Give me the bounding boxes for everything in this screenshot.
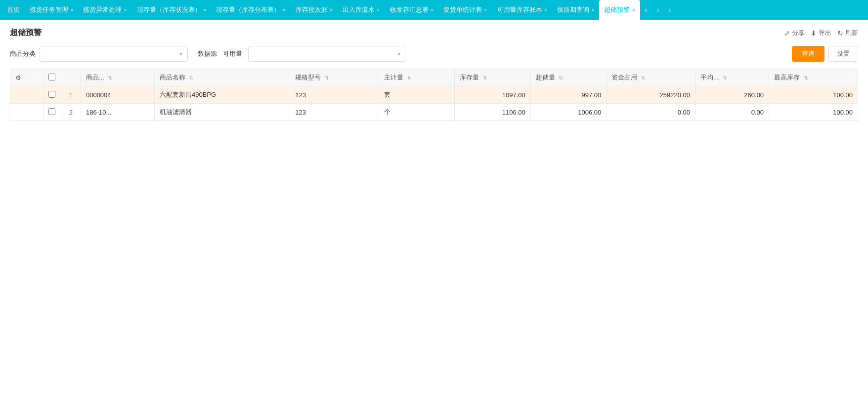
td-check-1 <box>43 104 61 121</box>
query-button[interactable]: 查询 <box>792 46 825 62</box>
nav-close-flow[interactable]: × <box>377 7 380 13</box>
nav-close-demand[interactable]: × <box>484 7 487 13</box>
sort-icon-stock: ⇅ <box>483 75 487 80</box>
nav-close-stock-dist[interactable]: × <box>282 7 285 13</box>
td-spec-1: 123 <box>290 104 379 121</box>
share-label: 分享 <box>792 29 805 38</box>
nav-item-stock-dist[interactable]: 现存量（库存分布表） × <box>211 0 290 20</box>
th-spec[interactable]: 规格型号 ⇅ <box>290 69 379 86</box>
td-unit-1: 个 <box>379 104 454 121</box>
row-checkbox-0[interactable] <box>48 91 55 98</box>
td-overage-0: 997.00 <box>530 86 606 104</box>
nav-item-task[interactable]: 拣货任务管理 × <box>25 0 78 20</box>
th-gear[interactable]: ⚙ <box>10 69 43 86</box>
th-overage[interactable]: 超储量 ⇅ <box>530 69 606 86</box>
th-avg[interactable]: 平均... ⇅ <box>695 69 769 86</box>
nav-close-task[interactable]: × <box>70 7 73 13</box>
page-header: 超储预警 ⬀ 分享 ⬇ 导出 ↻ 刷新 <box>10 28 858 38</box>
nav-arrow-more[interactable]: › <box>664 0 676 20</box>
nav-close-available[interactable]: × <box>544 7 547 13</box>
datasource-label: 数据源 <box>198 49 217 58</box>
datasource-static-value: 可用量 <box>223 49 242 58</box>
th-stock[interactable]: 库存量 ⇅ <box>455 69 530 86</box>
td-avg-1: 0.00 <box>695 104 769 121</box>
export-icon: ⬇ <box>811 29 817 37</box>
nav-item-overstock[interactable]: 超储预警 × <box>599 0 640 20</box>
table-header-row: ⚙ 商品... ⇅ 商品名称 ⇅ 规格型号 ⇅ <box>10 69 858 86</box>
sort-icon-overage: ⇅ <box>559 75 563 80</box>
nav-item-flow-label: 出入库流水 <box>343 5 375 14</box>
nav-close-batch[interactable]: × <box>330 7 333 13</box>
nav-item-demand[interactable]: 要货单统计表 × <box>438 0 492 20</box>
td-max-stock-1: 100.00 <box>769 104 858 121</box>
share-icon: ⬀ <box>784 29 790 37</box>
td-overage-1: 1006.00 <box>530 104 606 121</box>
sort-icon-name: ⇅ <box>189 75 193 80</box>
header-actions: ⬀ 分享 ⬇ 导出 ↻ 刷新 <box>784 29 858 38</box>
sort-icon-capital: ⇅ <box>641 75 645 80</box>
export-button[interactable]: ⬇ 导出 <box>811 29 831 38</box>
refresh-button[interactable]: ↻ 刷新 <box>837 29 858 38</box>
td-avg-0: 260.00 <box>695 86 769 104</box>
row-checkbox-1[interactable] <box>48 108 55 115</box>
td-gear-1 <box>10 104 43 121</box>
datasource-select[interactable]: ▾ <box>248 46 406 62</box>
settings-button[interactable]: 设置 <box>828 46 858 62</box>
nav-close-expiry[interactable]: × <box>591 7 594 13</box>
nav-item-batch[interactable]: 库存批次账 × <box>291 0 338 20</box>
datasource-chevron-icon: ▾ <box>398 51 401 57</box>
nav-item-expiry-label: 保质期查询 <box>557 5 589 14</box>
nav-item-batch-label: 库存批次账 <box>296 5 328 14</box>
nav-close-summary[interactable]: × <box>431 7 434 13</box>
table-row: 2 186-10... 机油滤清器 123 个 1106.00 1006.00 … <box>10 104 858 121</box>
th-unit[interactable]: 主计量 ⇅ <box>379 69 454 86</box>
nav-item-home[interactable]: 首页 <box>2 0 25 20</box>
category-select[interactable]: ▾ <box>40 46 188 62</box>
nav-item-task-label: 拣货任务管理 <box>30 5 68 14</box>
category-filter: 商品分类 ▾ <box>10 46 188 62</box>
nav-item-summary[interactable]: 收发存汇总表 × <box>385 0 438 20</box>
nav-arrow-left[interactable]: ‹ <box>640 0 652 20</box>
td-code-1: 186-10... <box>81 104 154 121</box>
nav-item-demand-label: 要货单统计表 <box>443 5 482 14</box>
nav-item-stock-status[interactable]: 现存量（库存状况表） × <box>132 0 211 20</box>
datasource-filter: 数据源 可用量 ▾ <box>198 46 406 62</box>
nav-item-abnormal-label: 拣货异常处理 <box>83 5 122 14</box>
nav-item-overstock-label: 超储预警 <box>604 5 630 14</box>
td-stock-1: 1106.00 <box>455 104 530 121</box>
td-capital-1: 0.00 <box>607 104 695 121</box>
nav-close-stock-status[interactable]: × <box>203 7 206 13</box>
th-name[interactable]: 商品名称 ⇅ <box>154 69 290 86</box>
nav-item-available[interactable]: 可用量库存账本 × <box>492 0 552 20</box>
th-capital[interactable]: 资金占用 ⇅ <box>607 69 695 86</box>
nav-item-flow[interactable]: 出入库流水 × <box>338 0 385 20</box>
page-title: 超储预警 <box>10 28 42 38</box>
nav-item-stock-dist-label: 现存量（库存分布表） <box>216 5 280 14</box>
nav-item-home-label: 首页 <box>7 5 20 14</box>
gear-icon: ⚙ <box>15 74 21 81</box>
td-index-1: 2 <box>61 104 81 121</box>
td-unit-0: 套 <box>379 86 454 104</box>
share-button[interactable]: ⬀ 分享 <box>784 29 805 38</box>
td-stock-0: 1097.00 <box>455 86 530 104</box>
th-max-stock[interactable]: 最高库存 ⇅ <box>769 69 858 86</box>
td-capital-0: 259220.00 <box>607 86 695 104</box>
filter-row: 商品分类 ▾ 数据源 可用量 ▾ 查询 设置 <box>10 46 858 62</box>
td-gear-0 <box>10 86 43 104</box>
td-spec-0: 123 <box>290 86 379 104</box>
main-content: 超储预警 ⬀ 分享 ⬇ 导出 ↻ 刷新 商品分类 ▾ 数据源 <box>0 20 868 395</box>
nav-close-abnormal[interactable]: × <box>124 7 127 13</box>
nav-close-overstock[interactable]: × <box>632 7 635 13</box>
export-label: 导出 <box>819 29 831 38</box>
td-max-stock-0: 100.00 <box>769 86 858 104</box>
nav-item-available-label: 可用量库存账本 <box>497 5 542 14</box>
th-code[interactable]: 商品... ⇅ <box>81 69 154 86</box>
sort-icon-code: ⇅ <box>108 75 112 80</box>
th-index <box>61 69 81 86</box>
data-table: ⚙ 商品... ⇅ 商品名称 ⇅ 规格型号 ⇅ <box>10 69 858 121</box>
nav-item-abnormal[interactable]: 拣货异常处理 × <box>78 0 131 20</box>
refresh-label: 刷新 <box>845 29 858 38</box>
nav-arrow-right[interactable]: › <box>652 0 664 20</box>
select-all-checkbox[interactable] <box>48 74 55 80</box>
nav-item-expiry[interactable]: 保质期查询 × <box>552 0 599 20</box>
